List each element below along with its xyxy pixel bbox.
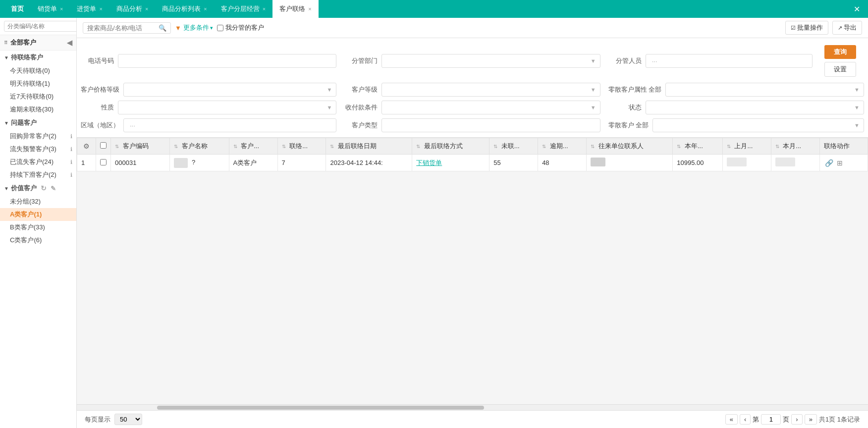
phone-input[interactable] bbox=[118, 54, 336, 68]
sidebar-item-churned[interactable]: 已流失客户(24) ℹ bbox=[0, 156, 76, 168]
th-last-month: ⇅ 上月... bbox=[722, 138, 771, 155]
page-number-input[interactable] bbox=[761, 414, 781, 425]
more-conditions-btn[interactable]: ▼ 更多条件 ▾ bbox=[175, 23, 213, 32]
sidebar-item-c-class[interactable]: C类客户(6) bbox=[0, 234, 76, 247]
row-code: 000031 bbox=[111, 155, 170, 171]
settings-button[interactable]: 设置 bbox=[824, 62, 856, 77]
th-last-date: ⇅ 最后联络日期 bbox=[326, 138, 412, 155]
customer-type-input[interactable] bbox=[381, 118, 600, 132]
search-icon[interactable]: 🔍 bbox=[159, 24, 166, 32]
scattered-attr-chevron-icon: ▼ bbox=[854, 87, 860, 93]
close-customer-layer-tab[interactable]: × bbox=[263, 6, 266, 12]
sidebar-item-tomorrow[interactable]: 明天待联络(1) bbox=[0, 77, 76, 90]
sort-this-month-icon: ⇅ bbox=[775, 144, 779, 149]
scrollbar-thumb[interactable] bbox=[157, 406, 484, 410]
manager-dots-icon: ··· bbox=[652, 57, 657, 65]
close-purchase-tab[interactable]: × bbox=[99, 6, 102, 12]
collapse-sidebar-icon[interactable]: ◀ bbox=[67, 39, 72, 47]
page-suffix: 页 bbox=[783, 415, 789, 424]
price-level-select[interactable]: ▼ bbox=[123, 83, 336, 97]
region-input[interactable]: ··· bbox=[123, 118, 336, 132]
th-contact-count: ⇅ 联络... bbox=[277, 138, 326, 155]
sort-contacts-icon: ⇅ bbox=[591, 144, 595, 149]
sidebar-item-overdue[interactable]: 逾期未联络(30) bbox=[0, 103, 76, 116]
status-select[interactable]: ▼ bbox=[646, 101, 864, 114]
query-button[interactable]: 查询 bbox=[824, 45, 856, 59]
filter-row-region: 区域（地区） ··· bbox=[77, 116, 340, 134]
search-wrap: 🔍 bbox=[83, 22, 171, 34]
last-method-link[interactable]: 下销货单 bbox=[416, 159, 442, 166]
sidebar-item-repurchase-anomaly[interactable]: 回购异常客户(2) ℹ bbox=[0, 130, 76, 143]
th-last-method: ⇅ 最后联络方式 bbox=[412, 138, 489, 155]
nav-customer-contact[interactable]: 客户联络 × bbox=[272, 0, 318, 18]
close-analysis-list-tab[interactable]: × bbox=[204, 6, 207, 12]
filter-row-customer-type: 客户类型 bbox=[340, 116, 604, 134]
close-sales-tab[interactable]: × bbox=[60, 6, 63, 12]
nav-analysis-list[interactable]: 商品分析列表 × bbox=[155, 0, 214, 18]
refresh-icon[interactable]: ↻ bbox=[41, 184, 47, 192]
sidebar-search-input[interactable] bbox=[4, 21, 77, 32]
my-customers-checkbox[interactable] bbox=[217, 25, 223, 31]
info-icon-2: ℹ bbox=[70, 146, 72, 153]
payment-select[interactable]: ▼ bbox=[381, 101, 600, 114]
sidebar-item-today[interactable]: 今天待联络(0) bbox=[0, 64, 76, 77]
filter-row-nature: 性质 ▼ bbox=[77, 99, 340, 116]
group-pending-contact[interactable]: ▼ 待联络客户 bbox=[0, 51, 76, 64]
nav-customer-layer[interactable]: 客户分层经营 × bbox=[214, 0, 272, 18]
row-action-btns: 🔗 ⊞ bbox=[819, 155, 868, 171]
close-customer-contact-tab[interactable]: × bbox=[308, 6, 311, 12]
filter-bar: 🔍 ▼ 更多条件 ▾ 我分管的客户 ☑ 批量操作 ↗ 导出 bbox=[77, 18, 868, 38]
select-all-checkbox[interactable] bbox=[100, 142, 107, 149]
link-action-icon[interactable]: 🔗 bbox=[825, 159, 833, 167]
scattered-select[interactable]: ▼ bbox=[652, 118, 864, 132]
batch-operation-button[interactable]: ☑ 批量操作 bbox=[785, 21, 828, 35]
scattered-attr-label: 零散客户属性 全部 bbox=[608, 85, 666, 94]
page-size-select[interactable]: 50 100 200 bbox=[114, 414, 142, 425]
info-icon: ℹ bbox=[70, 133, 72, 140]
nature-select[interactable]: ▼ bbox=[118, 101, 336, 114]
my-customers-checkbox-label[interactable]: 我分管的客户 bbox=[217, 23, 264, 32]
window-close-button[interactable]: ✕ bbox=[850, 4, 864, 14]
row-no-contact: 55 bbox=[489, 155, 538, 171]
nav-analysis[interactable]: 商品分析 × bbox=[109, 0, 155, 18]
row-this-year: 10995.00 bbox=[673, 155, 722, 171]
close-analysis-tab[interactable]: × bbox=[145, 6, 148, 12]
sidebar-item-declining[interactable]: 持续下滑客户(2) ℹ bbox=[0, 168, 76, 181]
contacts-placeholder bbox=[591, 158, 605, 166]
manager-input[interactable]: ··· bbox=[646, 54, 813, 68]
column-settings-gear[interactable]: ⚙ bbox=[81, 141, 92, 151]
sidebar-item-a-class[interactable]: A类客户(1) bbox=[0, 208, 76, 221]
sidebar-item-b-class[interactable]: B类客户(33) bbox=[0, 221, 76, 234]
nav-home[interactable]: 首页 bbox=[4, 0, 31, 18]
search-input[interactable] bbox=[87, 24, 157, 32]
row-checkbox[interactable] bbox=[100, 159, 107, 165]
prev-page-button[interactable]: ‹ bbox=[740, 414, 751, 425]
scattered-attr-select[interactable]: ▼ bbox=[665, 83, 864, 97]
all-customers-header[interactable]: ⠿ 全部客户 ◀ bbox=[0, 35, 76, 51]
sidebar-item-churn-warning[interactable]: 流失预警客户(3) ℹ bbox=[0, 143, 76, 156]
next-page-button[interactable]: › bbox=[791, 414, 802, 425]
sidebar-item-7days[interactable]: 近7天待联络(0) bbox=[0, 90, 76, 103]
first-page-button[interactable]: « bbox=[725, 414, 738, 425]
nav-purchase[interactable]: 进货单 × bbox=[70, 0, 109, 18]
export-button[interactable]: ↗ 导出 bbox=[832, 21, 862, 35]
content-area: 🔍 ▼ 更多条件 ▾ 我分管的客户 ☑ 批量操作 ↗ 导出 bbox=[77, 18, 868, 428]
dept-select[interactable]: ▼ bbox=[381, 54, 600, 68]
price-level-label: 客户价格等级 bbox=[81, 85, 123, 94]
dots-icon: ⠿ bbox=[4, 40, 7, 46]
nav-sales[interactable]: 销货单 × bbox=[31, 0, 70, 18]
th-name: ⇅ 客户名称 bbox=[170, 138, 229, 155]
horizontal-scrollbar[interactable] bbox=[77, 404, 868, 410]
row-overdue: 48 bbox=[538, 155, 587, 171]
group-value-customers[interactable]: ▼ 价值客户 ↻ ✎ bbox=[0, 181, 76, 195]
th-gear: ⚙ bbox=[77, 138, 96, 155]
grid-action-icon[interactable]: ⊞ bbox=[837, 159, 843, 167]
last-page-button[interactable]: » bbox=[805, 414, 817, 425]
sidebar-item-ungrouped[interactable]: 未分组(32) bbox=[0, 195, 76, 208]
filter-row-manager: 分管人员 ··· 查询 设置 bbox=[604, 41, 868, 81]
edit-icon[interactable]: ✎ bbox=[51, 185, 56, 192]
table-scroll-area[interactable]: ⚙ ⇅ 客户编码 ⇅ 客户名称 bbox=[77, 138, 868, 404]
customer-level-select[interactable]: ▼ bbox=[381, 83, 600, 97]
filter-row-scattered: 零散客户 全部 ▼ bbox=[604, 116, 868, 134]
group-problem-customers[interactable]: ▼ 问题客户 bbox=[0, 116, 76, 130]
